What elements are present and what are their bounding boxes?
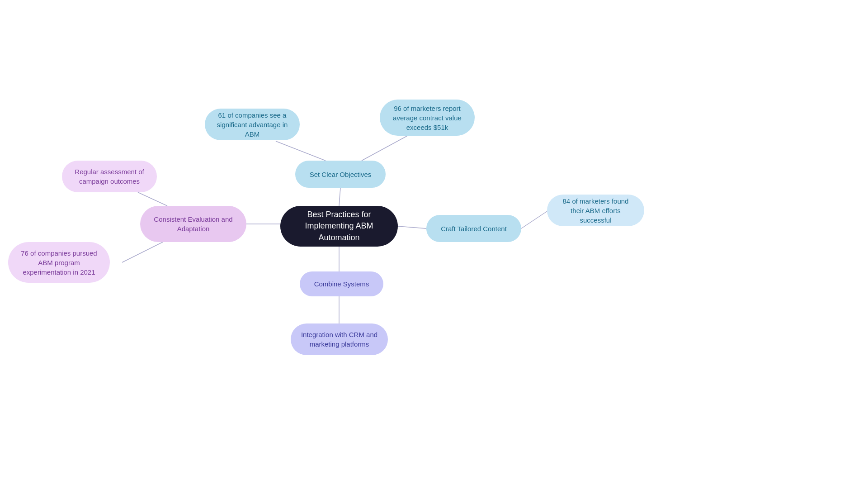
- svg-line-9: [122, 242, 163, 262]
- svg-line-1: [276, 141, 326, 161]
- integration-node: Integration with CRM and marketing platf…: [291, 323, 388, 355]
- craft-content-label: Craft Tailored Content: [441, 224, 507, 233]
- n61-label: 61 of companies see a significant advant…: [215, 110, 290, 139]
- combine-systems-node: Combine Systems: [300, 271, 383, 296]
- svg-line-8: [138, 192, 167, 206]
- n61-node: 61 of companies see a significant advant…: [205, 109, 300, 140]
- center-label: Best Practices for Implementing ABM Auto…: [290, 209, 388, 243]
- regular-assessment-node: Regular assessment of campaign outcomes: [62, 161, 157, 192]
- svg-line-3: [398, 226, 426, 228]
- n96-node: 96 of marketers report average contract …: [380, 100, 475, 136]
- set-objectives-node: Set Clear Objectives: [295, 161, 386, 188]
- n84-node: 84 of marketers found their ABM efforts …: [547, 195, 644, 226]
- center-node: Best Practices for Implementing ABM Auto…: [280, 206, 398, 247]
- set-objectives-label: Set Clear Objectives: [310, 170, 372, 179]
- regular-assessment-label: Regular assessment of campaign outcomes: [72, 167, 147, 186]
- n84-label: 84 of marketers found their ABM efforts …: [557, 196, 634, 225]
- integration-label: Integration with CRM and marketing platf…: [301, 330, 378, 349]
- svg-line-2: [362, 135, 409, 161]
- n96-label: 96 of marketers report average contract …: [390, 104, 465, 132]
- svg-line-0: [339, 188, 340, 206]
- n76-label: 76 of companies pursued ABM program expe…: [18, 248, 100, 277]
- consistent-eval-label: Consistent Evaluation and Adaptation: [150, 214, 236, 233]
- combine-systems-label: Combine Systems: [314, 279, 369, 289]
- consistent-eval-node: Consistent Evaluation and Adaptation: [140, 206, 246, 242]
- n76-node: 76 of companies pursued ABM program expe…: [8, 242, 110, 283]
- svg-line-4: [521, 211, 547, 228]
- craft-content-node: Craft Tailored Content: [426, 215, 521, 242]
